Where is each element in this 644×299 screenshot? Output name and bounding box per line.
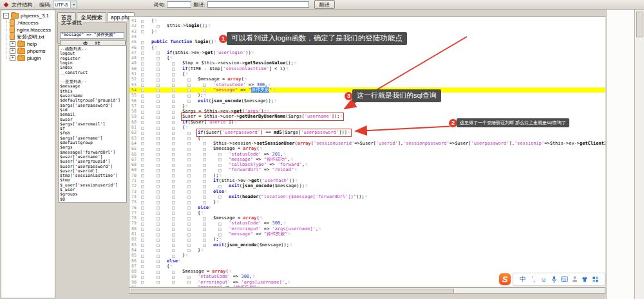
fold-marker[interactable] <box>141 185 144 188</box>
fold-marker[interactable] <box>203 89 206 92</box>
tree-item-nginx.htaccess[interactable]: nginx.htaccess <box>10 26 51 33</box>
fold-marker[interactable] <box>187 95 191 98</box>
code-line-80[interactable]: 80'errorinput' => 'args[username]',¶ <box>129 226 605 231</box>
fold-marker[interactable] <box>141 111 144 114</box>
fold-marker[interactable] <box>156 212 160 215</box>
fold-marker[interactable] <box>172 116 175 119</box>
fold-marker[interactable] <box>141 132 144 135</box>
fold-marker[interactable] <box>141 271 144 274</box>
fold-marker[interactable] <box>172 62 175 66</box>
fold-marker[interactable] <box>172 100 175 103</box>
fold-marker[interactable] <box>187 89 191 92</box>
list-item[interactable]: $0 <box>60 197 126 202</box>
fold-marker[interactable] <box>203 233 206 237</box>
fold-marker[interactable] <box>203 142 206 145</box>
code-line-47[interactable]: 47if($this->ev->get('userlogin'))¶ <box>129 50 605 55</box>
code-line-85[interactable]: 85}¶ <box>129 253 605 258</box>
fold-marker[interactable] <box>203 158 206 161</box>
expand-toggle[interactable]: + <box>10 48 15 54</box>
fold-marker[interactable] <box>156 260 160 263</box>
fold-marker[interactable] <box>141 84 144 87</box>
list-item[interactable]: __construct <box>60 71 126 75</box>
code-line-63[interactable]: 63{¶ <box>129 136 605 141</box>
fold-marker[interactable] <box>172 137 175 140</box>
fold-marker[interactable] <box>156 121 160 124</box>
code-line-83[interactable]: 83exit(json_encode($message));¶ <box>129 242 605 248</box>
fold-marker[interactable] <box>156 180 160 183</box>
fold-marker[interactable] <box>172 127 175 130</box>
code-line-41[interactable]: 41{¶ <box>129 18 605 23</box>
fold-marker[interactable] <box>203 153 206 156</box>
fold-marker[interactable] <box>187 158 191 161</box>
fold-marker[interactable] <box>203 201 206 204</box>
fold-marker[interactable] <box>172 206 175 210</box>
fold-marker[interactable] <box>172 244 175 247</box>
code-line-84[interactable]: 84}¶ <box>129 248 605 253</box>
fold-marker[interactable] <box>156 233 160 237</box>
fold-marker[interactable] <box>187 169 191 172</box>
fold-marker[interactable] <box>187 153 191 156</box>
fold-marker[interactable] <box>187 180 191 183</box>
fold-marker[interactable] <box>172 201 175 204</box>
fold-marker[interactable] <box>187 132 191 135</box>
fold-marker[interactable] <box>156 137 160 140</box>
code-line-50[interactable]: 50if(TIME - $tmp['sessionlasttime'] < 1)… <box>129 66 605 71</box>
fold-marker[interactable] <box>141 89 144 92</box>
fold-marker[interactable] <box>141 25 144 28</box>
fold-marker[interactable] <box>156 271 160 274</box>
fold-marker[interactable] <box>187 239 191 242</box>
tree-item-phpems[interactable]: +phpems <box>10 48 45 54</box>
fold-marker[interactable] <box>141 78 144 82</box>
fold-marker[interactable] <box>172 212 175 215</box>
fold-marker[interactable] <box>203 239 206 242</box>
translate-button[interactable]: 翻译 <box>314 0 335 9</box>
fold-marker[interactable] <box>187 281 191 284</box>
fold-marker[interactable] <box>218 195 222 199</box>
fold-marker[interactable] <box>141 153 144 156</box>
person-icon[interactable] <box>569 276 580 282</box>
fold-marker[interactable] <box>218 228 222 231</box>
fold-marker[interactable] <box>187 206 191 210</box>
code-line-67[interactable]: 67"message" => "操作成功",¶ <box>129 157 605 162</box>
fold-marker[interactable] <box>156 244 160 247</box>
fold-marker[interactable] <box>156 206 160 210</box>
fold-marker[interactable] <box>141 217 144 221</box>
fold-marker[interactable] <box>187 212 191 215</box>
fold-marker[interactable] <box>172 185 175 188</box>
fold-marker[interactable] <box>218 158 222 161</box>
fold-marker[interactable] <box>187 78 191 82</box>
code-line-74[interactable]: 74exit(header("location:{$message['forwa… <box>129 194 605 199</box>
hscroll-thumb[interactable] <box>131 289 454 294</box>
fold-marker[interactable] <box>141 62 144 66</box>
fold-marker[interactable] <box>172 222 175 226</box>
code-line-82[interactable]: 82);¶ <box>129 237 605 242</box>
code-line-48[interactable]: 48{¶ <box>129 55 605 60</box>
fold-marker[interactable] <box>141 276 144 279</box>
sogou-logo-icon[interactable]: S <box>499 273 511 285</box>
fold-marker[interactable] <box>141 244 144 247</box>
fold-marker[interactable] <box>141 206 144 210</box>
code-line-87[interactable]: 87{¶ <box>129 264 605 269</box>
chinese-mode-icon[interactable]: 中 <box>518 275 528 284</box>
code-line-62[interactable]: 62if($user['userpassword'] == md5($args[… <box>129 130 605 135</box>
fold-marker[interactable] <box>141 239 144 242</box>
fold-marker[interactable] <box>187 185 191 188</box>
code-editor[interactable]: 41{¶42$this->login();¶43}¶4445public fun… <box>129 16 605 287</box>
fold-marker[interactable] <box>156 68 160 71</box>
file-structure-label[interactable]: 文件结构 <box>12 1 32 8</box>
code-line-57[interactable]: 57}¶ <box>129 104 605 109</box>
fold-marker[interactable] <box>141 68 144 71</box>
expand-toggle[interactable]: + <box>10 41 15 47</box>
tree-item-root[interactable]: −phpems_3.1 <box>3 12 49 19</box>
fold-marker[interactable] <box>156 127 160 130</box>
fold-marker[interactable] <box>203 169 206 172</box>
fold-marker[interactable] <box>172 276 175 279</box>
fold-marker[interactable] <box>187 249 191 252</box>
fold-marker[interactable] <box>141 180 144 183</box>
fold-marker[interactable] <box>156 255 160 258</box>
list-item[interactable]: $args['userpassword'] <box>60 104 126 108</box>
fold-marker[interactable] <box>141 169 144 172</box>
fold-marker[interactable] <box>172 180 175 183</box>
fold-marker[interactable] <box>156 185 160 188</box>
fold-marker[interactable] <box>156 51 160 55</box>
